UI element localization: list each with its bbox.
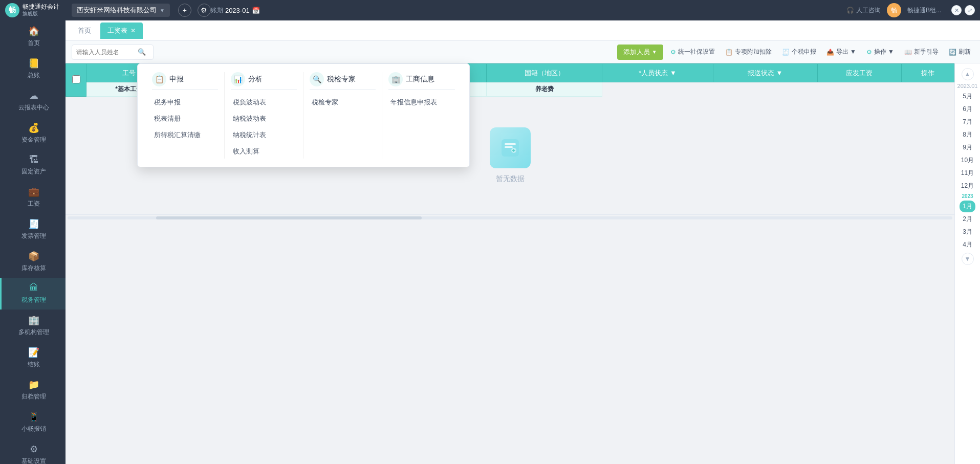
sidebar-item-funds[interactable]: 💰 资金管理 [0,117,66,149]
timeline-down-arrow[interactable]: ▼ [962,253,974,265]
tab-close-icon[interactable]: ✕ [130,27,136,34]
social-label: 统一社保设置 [678,48,715,56]
sidebar-label-expense: 小畅报销 [21,425,46,433]
social-icon: ⚙ [670,49,676,56]
sidebar-item-multi-org[interactable]: 🏢 多机构管理 [0,310,66,342]
close-button[interactable]: ✕ [951,5,962,15]
timeline-month-9[interactable]: 9月 [960,142,975,153]
add-person-button[interactable]: 添加人员 ▼ [617,45,663,60]
guide-action[interactable]: 📖 新手引导 [901,45,942,60]
sidebar-label-ledger: 总账 [28,71,40,80]
archive-icon: 📁 [28,379,39,390]
sidebar-label-invoice: 发票管理 [21,232,46,240]
item-annual-report[interactable]: 年报信息申报表 [388,95,455,109]
select-all-checkbox[interactable] [72,75,80,83]
ledger-icon: 📒 [28,58,39,69]
timeline-month-2[interactable]: 2月 [960,213,975,225]
timeline-month-3[interactable]: 3月 [960,226,975,238]
tax-declaration-action[interactable]: 🧾 个税申报 [779,45,819,60]
right-timeline: ▲ 2023.01 5月 6月 7月 8月 9月 10月 11月 12月 202… [954,63,980,464]
empty-illustration [490,127,531,168]
analysis-items: 税负波动表 纳税波动表 纳税统计表 收入测算 [231,95,297,159]
item-tax-stats[interactable]: 纳税统计表 [231,128,297,142]
section-declaration-title: 申报 [169,75,184,84]
timeline-month-8[interactable]: 8月 [960,129,975,141]
settings-icon: ⚙ [30,444,38,455]
timeline-month-10[interactable]: 10月 [958,154,977,166]
sidebar-item-expense[interactable]: 📱 小畅报销 [0,406,66,438]
sidebar-label-archive: 归档管理 [21,392,46,401]
submit-filter-icon[interactable]: ▼ [776,69,782,77]
item-tax-settlement[interactable]: 所得税汇算清缴 [152,128,218,142]
user-name[interactable]: 畅捷通B组... [907,6,941,15]
timeline-up-arrow[interactable]: ▲ [962,68,974,80]
inventory-icon: 📦 [28,251,39,262]
user-avatar: 畅 [887,3,901,17]
section-expert-header: 🔍 税检专家 [310,72,376,90]
tab-payroll[interactable]: 工资表 ✕ [100,23,143,39]
headset-icon: 🎧 [846,7,854,14]
service-button[interactable]: 🎧 人工咨询 [846,6,881,15]
th-status: *人员状态 ▼ [602,64,713,82]
item-income-estimate[interactable]: 收入测算 [231,144,297,159]
operation-action[interactable]: ⚙ 操作 ▼ [863,45,897,60]
section-analysis-header: 📊 分析 [231,72,297,90]
sidebar-item-close-period[interactable]: 📝 结账 [0,342,66,374]
item-expert[interactable]: 税检专家 [310,95,376,109]
business-items: 年报信息申报表 [388,95,455,109]
sidebar-item-payroll[interactable]: 💼 工资 [0,181,66,213]
sidebar-label-multi: 多机构管理 [18,328,49,337]
sidebar-item-invoice[interactable]: 🧾 发票管理 [0,213,66,246]
sidebar-item-ledger[interactable]: 📒 总账 [0,53,66,85]
add-company-button[interactable]: + [178,4,191,17]
export-action[interactable]: 📤 导出 ▼ [823,45,859,60]
settings-button[interactable]: ⚙ [198,4,211,17]
th-submit-status: 报送状态 ▼ [713,64,817,82]
timeline-month-5[interactable]: 5月 [960,91,975,102]
sidebar-label-settings: 基础设置 [21,457,46,464]
calendar-icon[interactable]: 📅 [252,7,260,14]
header-right: 🎧 人工咨询 畅 畅捷通B组... ✕ ⤢ [846,3,975,17]
item-tax-form[interactable]: 税表清册 [152,112,218,126]
social-insurance-action[interactable]: ⚙ 统一社保设置 [667,45,718,60]
business-section-icon: 🏢 [388,72,403,86]
tab-home[interactable]: 首页 [71,23,98,39]
scroll-bar[interactable] [66,214,954,220]
timeline-month-12[interactable]: 12月 [958,180,977,192]
item-tax-burden[interactable]: 税负波动表 [231,95,297,109]
tax-menu-dropdown: 📋 申报 税务申报 税表清册 所得税汇算清缴 📊 分析 [137,63,470,167]
th-pension: 养老费 [486,82,602,97]
timeline-month-6[interactable]: 6月 [960,103,975,115]
sidebar-item-inventory[interactable]: 📦 库存核算 [0,246,66,278]
sidebar-label-tax: 税务管理 [21,296,46,304]
sidebar: 🏠 首页 📒 总账 ☁ 云报表中心 💰 资金管理 🏗 固定资产 💼 工资 🧾 发… [0,20,66,464]
expand-button[interactable]: ⤢ [965,5,975,15]
sidebar-item-archive[interactable]: 📁 归档管理 [0,374,66,406]
timeline-month-11[interactable]: 11月 [958,167,977,179]
item-tax-fluctuation[interactable]: 纳税波动表 [231,112,297,126]
sidebar-item-cloud-report[interactable]: ☁ 云报表中心 [0,85,66,117]
tax-decl-label: 个税申报 [792,48,816,56]
scroll-thumb[interactable] [156,216,422,219]
company-selector[interactable]: 西安虾米网络科技有限公司 ▼ [72,4,170,17]
declaration-items: 税务申报 税表清册 所得税汇算清缴 [152,95,218,142]
analysis-section-icon: 📊 [231,72,245,86]
section-business-header: 🏢 工商信息 [388,72,455,90]
item-tax-declaration[interactable]: 税务申报 [152,95,218,109]
timeline-month-7[interactable]: 7月 [960,116,975,128]
sidebar-label-funds: 资金管理 [21,136,46,144]
search-input[interactable] [76,49,138,56]
checkbox-all-th[interactable] [66,64,86,97]
sidebar-item-settings[interactable]: ⚙ 基础设置 [0,438,66,464]
export-label: 导出 ▼ [836,48,856,56]
refresh-action[interactable]: 🔄 刷新 [946,45,974,60]
timeline-month-1[interactable]: 1月 [960,201,975,212]
sidebar-item-home[interactable]: 🏠 首页 [0,20,66,53]
status-filter-icon[interactable]: ▼ [670,69,677,77]
sidebar-item-tax[interactable]: 🏛 税务管理 [0,278,66,310]
timeline-month-4[interactable]: 4月 [960,239,975,251]
guide-action-icon: 📖 [904,49,912,56]
current-year-badge: 2023 [962,193,973,199]
sidebar-item-assets[interactable]: 🏗 固定资产 [0,149,66,181]
special-deduction-action[interactable]: 📋 专项附加扣除 [722,45,775,60]
